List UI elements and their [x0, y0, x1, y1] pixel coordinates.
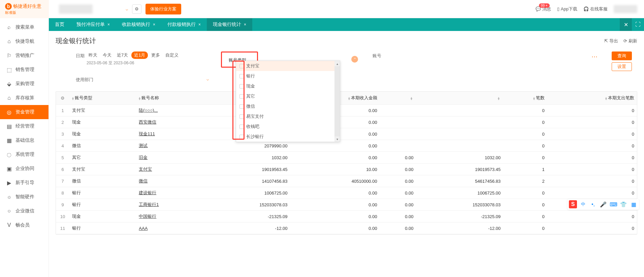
- org-selector[interactable]: ⌵: [59, 4, 128, 14]
- keyboard-icon[interactable]: ⌨: [609, 200, 617, 208]
- scroll-down-icon[interactable]: ▾: [334, 136, 340, 142]
- sort-icon[interactable]: ▴▾: [498, 97, 500, 100]
- close-icon[interactable]: ×: [244, 22, 246, 27]
- department-input[interactable]: [96, 75, 204, 83]
- dropdown-item-2[interactable]: 现金: [236, 81, 340, 91]
- checkbox-icon[interactable]: [239, 64, 244, 68]
- column-header-7[interactable]: ▴▾本期支出笔数: [547, 92, 637, 105]
- close-icon[interactable]: ×: [107, 22, 110, 27]
- dropdown-item-3[interactable]: 其它: [236, 91, 340, 101]
- column-header-1[interactable]: ▴▾账号名称: [136, 92, 203, 105]
- checkbox-icon[interactable]: [239, 84, 244, 89]
- checkbox-icon[interactable]: [239, 135, 244, 139]
- date-option-1[interactable]: 今天: [101, 51, 114, 59]
- dropdown-item-5[interactable]: 易宝支付: [236, 111, 340, 122]
- account-filter[interactable]: 账号: [373, 51, 381, 59]
- column-header-4[interactable]: ▴▾: [380, 92, 416, 105]
- sidebar-item-8[interactable]: ▦基础信息: [0, 133, 49, 147]
- skin-icon[interactable]: 👕: [619, 200, 627, 208]
- query-button[interactable]: 查询: [612, 51, 632, 60]
- messages-button[interactable]: 💬 消息 99 +: [536, 6, 551, 12]
- date-option-3[interactable]: 近1月: [131, 51, 148, 59]
- date-option-5[interactable]: 自定义: [163, 51, 181, 59]
- sort-icon[interactable]: ▴▾: [411, 97, 412, 100]
- dropdown-scrollbar[interactable]: ▴ ▾: [334, 61, 340, 142]
- cell-name-link[interactable]: 陆(○○○)...: [136, 105, 203, 116]
- cell-name-link[interactable]: 支付宝: [136, 164, 203, 175]
- refresh-button[interactable]: ⟳ 刷新: [623, 38, 637, 44]
- app-download-button[interactable]: ▯ App下载: [557, 6, 577, 12]
- toolbox-icon[interactable]: ▦: [630, 200, 638, 208]
- dropdown-item-6[interactable]: 收钱吧: [236, 122, 340, 132]
- tab-0[interactable]: 首页: [49, 18, 70, 31]
- settings-button[interactable]: ⚙: [132, 4, 141, 14]
- cell-name-link[interactable]: 工商银行1: [136, 199, 203, 211]
- date-option-2[interactable]: 近7天: [115, 51, 130, 59]
- cell-name-link[interactable]: 微信: [136, 175, 203, 187]
- ime-lang-button[interactable]: 中: [579, 200, 587, 208]
- try-plan-button[interactable]: 体验行业方案: [146, 4, 181, 14]
- sort-icon[interactable]: ▴▾: [72, 97, 74, 100]
- sidebar-item-4[interactable]: ⬙采购管理: [0, 77, 49, 91]
- export-button[interactable]: ⇱ 导出: [604, 38, 618, 44]
- sidebar-item-9[interactable]: ◌系统管理: [0, 147, 49, 162]
- column-header-6[interactable]: ▴▾笔数: [503, 92, 547, 105]
- sogou-icon[interactable]: S: [569, 200, 577, 208]
- fullscreen-button[interactable]: ⛶: [632, 18, 644, 31]
- sidebar-item-6[interactable]: ◎资金管理: [0, 105, 49, 119]
- tab-3[interactable]: 付款核销执行×: [161, 18, 207, 31]
- sort-icon[interactable]: ▴▾: [533, 97, 535, 100]
- settings-button[interactable]: 设置: [612, 62, 632, 71]
- cell-name-link[interactable]: 中国银行: [136, 211, 203, 222]
- user-name-blur[interactable]: [614, 5, 637, 13]
- close-icon[interactable]: ×: [153, 22, 155, 27]
- sort-icon[interactable]: ▴▾: [139, 97, 140, 100]
- table-settings-button[interactable]: ⚙: [56, 92, 69, 105]
- column-header-0[interactable]: ▴▾账号类型: [69, 92, 136, 105]
- cell-name-link[interactable]: 西安微信: [136, 116, 203, 128]
- sidebar-item-13[interactable]: ○企业微信: [0, 204, 49, 218]
- collapse-icon[interactable]: ⌃: [351, 56, 358, 63]
- tab-4[interactable]: 现金银行统计×: [207, 18, 252, 31]
- sidebar-item-10[interactable]: ▣企业协同: [0, 162, 49, 176]
- sidebar-item-1[interactable]: ⌂快捷导航: [0, 34, 49, 48]
- checkbox-icon[interactable]: [239, 104, 244, 109]
- dropdown-item-7[interactable]: 长沙银行: [236, 132, 340, 142]
- department-filter[interactable]: 使用部门 ⌵: [76, 75, 209, 83]
- cell-name-link[interactable]: 测试: [136, 140, 203, 152]
- date-option-4[interactable]: 更多: [149, 51, 162, 59]
- dropdown-item-4[interactable]: 微信: [236, 101, 340, 111]
- checkbox-icon[interactable]: [239, 114, 244, 119]
- more-filters-button[interactable]: ⋯: [591, 51, 598, 60]
- sidebar-item-5[interactable]: ⌂库存核算: [0, 91, 49, 105]
- cell-name-link[interactable]: 现金111: [136, 128, 203, 140]
- ime-toolbar[interactable]: S 中 •, 🎤 ⌨ 👕 ▦: [568, 199, 639, 210]
- checkbox-icon[interactable]: [239, 74, 244, 78]
- checkbox-icon[interactable]: [239, 125, 244, 129]
- cell-name-link[interactable]: 旧金: [136, 152, 203, 164]
- sidebar-item-11[interactable]: ▶新手引导: [0, 176, 49, 190]
- sidebar-item-3[interactable]: ⬚销售管理: [0, 63, 49, 77]
- ime-punct-icon[interactable]: •,: [589, 200, 597, 208]
- tab-1[interactable]: 预付冲应付单×: [70, 18, 116, 31]
- sidebar-item-14[interactable]: V畅会员: [0, 218, 49, 232]
- sidebar-item-12[interactable]: ☼智能硬件: [0, 190, 49, 204]
- cell-name-link[interactable]: 建设银行: [136, 187, 203, 199]
- dropdown-item-0[interactable]: 支付宝: [236, 61, 340, 71]
- date-option-0[interactable]: 昨天: [87, 51, 99, 59]
- account-type-dropdown[interactable]: 支付宝银行现金其它微信易宝支付收钱吧长沙银行 ▴ ▾: [236, 61, 340, 142]
- sidebar-item-7[interactable]: ▤经营管理: [0, 119, 49, 133]
- scroll-up-icon[interactable]: ▴: [334, 61, 340, 66]
- mic-icon[interactable]: 🎤: [599, 200, 607, 208]
- sidebar-item-2[interactable]: ⚐营销推广: [0, 48, 49, 63]
- column-header-5[interactable]: ▴▾: [416, 92, 503, 105]
- support-button[interactable]: 🎧 在线客服: [583, 6, 608, 12]
- sort-icon[interactable]: ▴▾: [605, 97, 607, 100]
- dropdown-item-1[interactable]: 银行: [236, 71, 340, 81]
- close-tab-button[interactable]: ✕: [620, 18, 632, 31]
- tab-2[interactable]: 收款核销执行×: [116, 18, 161, 31]
- checkbox-icon[interactable]: [239, 94, 244, 99]
- cell-name-link[interactable]: AAA: [136, 222, 203, 234]
- sort-icon[interactable]: ▴▾: [348, 97, 350, 100]
- close-icon[interactable]: ×: [198, 22, 201, 27]
